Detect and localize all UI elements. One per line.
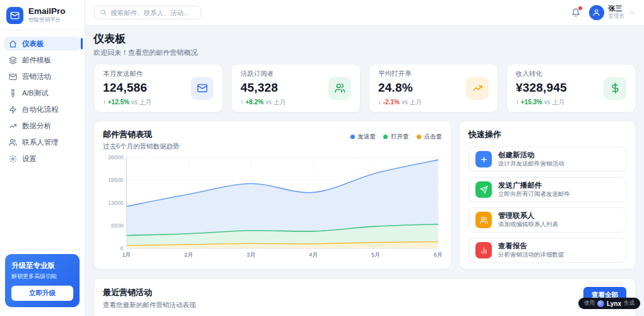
sidebar-item-contacts[interactable]: 联系人管理 [4, 135, 81, 149]
trend-up-icon [466, 77, 489, 100]
dollar-icon [604, 77, 626, 100]
mail-icon [191, 77, 213, 100]
sidebar-item-settings[interactable]: 设置 [4, 152, 81, 166]
user-menu[interactable]: 张三 管理员 [589, 4, 636, 21]
bar-chart-icon [475, 242, 492, 258]
stat-label: 本月发送邮件 [103, 70, 152, 78]
user-role: 管理员 [609, 13, 625, 20]
stat-change: ↑ +15.3% vs 上月 [516, 98, 567, 107]
recent-campaigns-subtitle: 查看您最新的邮件营销活动表现 [103, 301, 196, 310]
quick-action-manage-contacts[interactable]: 管理联系人 添加或编辑联系人列表 [468, 207, 626, 233]
plus-icon [475, 151, 492, 167]
upgrade-title: 升级至专业版 [11, 261, 73, 270]
email-performance-card: 邮件营销表现 过去6个月的营销数据趋势 发送量 打开量 [93, 121, 451, 269]
quick-actions-title: 快速操作 [468, 129, 626, 140]
svg-text:1月: 1月 [122, 251, 131, 258]
sidebar-nav: 仪表板 邮件模板 营销活动 A/B测试 自动化流程 数据分析 [0, 30, 85, 166]
quick-actions-panel: 快速操作 创建新活动 设计并发送邮件营销活动 [459, 121, 636, 269]
sidebar-item-analytics[interactable]: 数据分析 [4, 119, 81, 133]
sidebar-item-label: 邮件模板 [22, 56, 51, 65]
stat-change: ↑ +12.5% vs 上月 [103, 98, 152, 107]
stat-card-emails-sent: 本月发送邮件 124,586 ↑ +12.5% vs 上月 [93, 64, 223, 112]
arrow-down-icon: ↓ [378, 99, 381, 106]
page-header: 仪表板 欢迎回来！查看您的邮件营销概况 [93, 32, 636, 58]
upgrade-card: 升级至专业版 解锁更多高级功能 立即升级 [5, 254, 80, 307]
user-name: 张三 [609, 4, 625, 13]
legend-item-clicks: 点击量 [417, 133, 443, 141]
brand-name: EmailPro [28, 6, 66, 16]
chart-subtitle: 过去6个月的营销数据趋势 [103, 142, 179, 151]
sidebar: EmailPro 智能营销平台 仪表板 邮件模板 营销活动 A/B测试 [0, 0, 85, 316]
svg-text:5月: 5月 [371, 251, 381, 258]
svg-text:3月: 3月 [247, 251, 256, 258]
sidebar-item-automation[interactable]: 自动化流程 [4, 102, 81, 116]
stat-value: ¥328,945 [516, 81, 567, 95]
stat-value: 124,586 [103, 81, 152, 95]
legend-item-opens: 打开量 [383, 133, 409, 141]
topbar: 张三 管理员 [85, 0, 644, 25]
mail-icon [9, 73, 17, 81]
chart-title: 邮件营销表现 [103, 129, 179, 140]
quick-action-view-reports[interactable]: 查看报告 分析营销活动的详细数据 [468, 238, 626, 263]
page-title: 仪表板 [93, 32, 636, 46]
lynx-logo-icon [597, 300, 604, 307]
legend-dot [383, 135, 388, 139]
avatar [589, 5, 604, 20]
search-icon [100, 9, 107, 16]
notification-dot [578, 6, 582, 10]
person-icon [592, 8, 600, 16]
quick-action-send-broadcast[interactable]: 发送广播邮件 立即向所有订阅者发送邮件 [468, 177, 626, 202]
trend-up-icon [9, 122, 17, 130]
search-box[interactable] [94, 6, 201, 20]
stat-label: 收入转化 [516, 70, 567, 78]
stat-label: 活跃订阅者 [241, 70, 286, 78]
send-icon [475, 181, 492, 198]
stat-value: 45,328 [241, 81, 286, 95]
sidebar-item-label: 仪表板 [22, 39, 44, 49]
mail-icon [10, 11, 20, 20]
svg-text:6月: 6月 [434, 251, 442, 258]
stat-change: ↓ -2.1% vs 上月 [378, 98, 422, 107]
charts-row: 邮件营销表现 过去6个月的营销数据趋势 发送量 打开量 [93, 121, 636, 269]
active-indicator [81, 38, 83, 49]
sidebar-item-ab-test[interactable]: A/B测试 [4, 86, 81, 100]
users-icon [328, 77, 351, 100]
page-subtitle: 欢迎回来！查看您的邮件营销概况 [93, 48, 636, 58]
brand-tagline: 智能营销平台 [28, 16, 66, 24]
content: 仪表板 欢迎回来！查看您的邮件营销概况 本月发送邮件 124,586 ↑ +12… [85, 25, 644, 316]
recent-campaigns-title: 最近营销活动 [103, 287, 196, 298]
upgrade-button[interactable]: 立即升级 [11, 286, 73, 301]
chart-legend: 发送量 打开量 点击量 [350, 133, 443, 141]
sidebar-item-label: 联系人管理 [22, 138, 59, 147]
search-input[interactable] [110, 9, 196, 16]
sidebar-item-label: 设置 [22, 154, 37, 164]
main-area: 张三 管理员 仪表板 欢迎回来！查看您的邮件营销概况 本月发送邮件 [85, 0, 644, 316]
arrow-up-icon: ↑ [241, 99, 244, 106]
stat-card-active-subscribers: 活跃订阅者 45,328 ↑ +8.2% vs 上月 [231, 64, 361, 112]
sidebar-item-templates[interactable]: 邮件模板 [4, 53, 81, 67]
layers-icon [9, 56, 17, 64]
quick-action-create-campaign[interactable]: 创建新活动 设计并发送邮件营销活动 [468, 147, 626, 172]
stat-card-open-rate: 平均打开率 24.8% ↓ -2.1% vs 上月 [369, 64, 498, 112]
brand-logo-block: EmailPro 智能营销平台 [0, 0, 85, 30]
stats-row: 本月发送邮件 124,586 ↑ +12.5% vs 上月 活跃 [93, 64, 636, 112]
svg-text:2月: 2月 [184, 251, 194, 258]
arrow-up-icon: ↑ [516, 99, 519, 106]
recent-campaigns-card: 最近营销活动 查看您最新的邮件营销活动表现 查看全部 活动名称 状态 发送量 打… [93, 278, 636, 316]
svg-text:26000: 26000 [108, 154, 124, 161]
test-tube-icon [9, 89, 17, 97]
legend-dot [417, 135, 421, 139]
sidebar-item-dashboard[interactable]: 仪表板 [4, 37, 81, 51]
stat-value: 24.8% [378, 81, 422, 95]
arrow-up-icon: ↑ [103, 99, 106, 106]
svg-text:6500: 6500 [111, 222, 124, 229]
notifications-button[interactable] [571, 8, 580, 17]
legend-dot [350, 135, 355, 139]
gear-icon [9, 155, 17, 163]
users-icon [475, 212, 492, 228]
chevron-down-icon [629, 9, 635, 16]
sidebar-item-campaigns[interactable]: 营销活动 [4, 70, 81, 83]
stat-label: 平均打开率 [378, 70, 422, 78]
stat-change: ↑ +8.2% vs 上月 [241, 98, 286, 107]
svg-text:13000: 13000 [108, 200, 124, 206]
